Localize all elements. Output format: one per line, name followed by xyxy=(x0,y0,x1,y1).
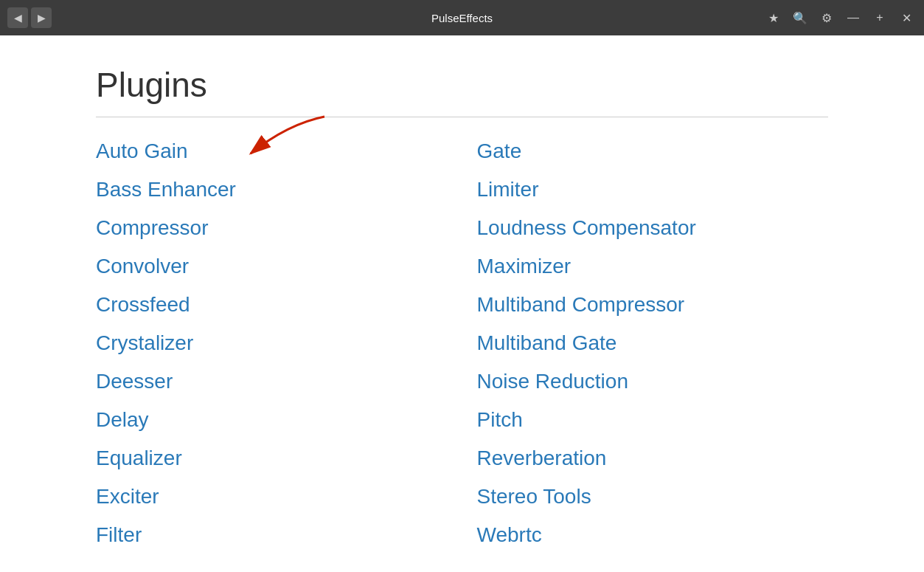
plugins-left-column: Auto GainBass EnhancerCompressorConvolve… xyxy=(96,132,448,554)
plugins-right-column: GateLimiterLoudness CompensatorMaximizer… xyxy=(477,132,829,554)
plugin-link-exciter[interactable]: Exciter xyxy=(96,478,448,516)
plugin-link-compressor[interactable]: Compressor xyxy=(96,209,448,247)
plugin-link-gate[interactable]: Gate xyxy=(477,132,829,170)
nav-back-button[interactable]: ◀ xyxy=(7,7,28,28)
star-button[interactable]: ★ xyxy=(763,7,784,28)
plugin-link-maximizer[interactable]: Maximizer xyxy=(477,247,829,286)
star-icon: ★ xyxy=(768,11,779,25)
minimize-button[interactable]: — xyxy=(843,7,864,28)
titlebar: ◀ ▶ PulseEffects ★ 🔍 ⚙ — + ✕ xyxy=(0,0,924,35)
main-content: Plugins Auto GainBass EnhancerCompressor… xyxy=(0,35,924,572)
plugin-link-reverberation[interactable]: Reverberation xyxy=(477,439,829,478)
plugin-link-loudness-compensator[interactable]: Loudness Compensator xyxy=(477,209,829,247)
nav-forward-button[interactable]: ▶ xyxy=(31,7,52,28)
titlebar-nav: ◀ ▶ xyxy=(7,7,52,28)
close-button[interactable]: ✕ xyxy=(896,7,917,28)
maximize-icon: + xyxy=(876,11,883,24)
plugin-link-convolver[interactable]: Convolver xyxy=(96,247,448,286)
plugin-link-noise-reduction[interactable]: Noise Reduction xyxy=(477,362,829,401)
plugin-link-multiband-compressor[interactable]: Multiband Compressor xyxy=(477,286,829,324)
titlebar-controls: ★ 🔍 ⚙ — + ✕ xyxy=(763,7,917,28)
plugin-link-bass-enhancer[interactable]: Bass Enhancer xyxy=(96,170,448,209)
settings-button[interactable]: ⚙ xyxy=(816,7,837,28)
minimize-icon: — xyxy=(847,11,859,24)
plugin-link-deesser[interactable]: Deesser xyxy=(96,362,448,401)
gear-icon: ⚙ xyxy=(821,11,832,25)
window-title: PulseEffects xyxy=(431,12,493,24)
plugin-link-filter[interactable]: Filter xyxy=(96,516,448,554)
plugin-list: Auto GainBass EnhancerCompressorConvolve… xyxy=(96,132,828,554)
section-divider xyxy=(96,117,828,117)
plugin-link-multiband-gate[interactable]: Multiband Gate xyxy=(477,324,829,362)
search-button[interactable]: 🔍 xyxy=(790,7,810,28)
plugin-link-crossfeed[interactable]: Crossfeed xyxy=(96,286,448,324)
page-title: Plugins xyxy=(96,65,828,105)
plugin-link-limiter[interactable]: Limiter xyxy=(477,170,829,209)
plugin-link-auto-gain[interactable]: Auto Gain xyxy=(96,132,448,170)
search-icon: 🔍 xyxy=(793,11,807,25)
close-icon: ✕ xyxy=(902,11,911,25)
plugin-link-crystalizer[interactable]: Crystalizer xyxy=(96,324,448,362)
plugin-link-delay[interactable]: Delay xyxy=(96,401,448,439)
plugin-link-pitch[interactable]: Pitch xyxy=(477,401,829,439)
plugin-link-stereo-tools[interactable]: Stereo Tools xyxy=(477,478,829,516)
plugin-link-equalizer[interactable]: Equalizer xyxy=(96,439,448,478)
maximize-button[interactable]: + xyxy=(869,7,890,28)
plugin-link-webrtc[interactable]: Webrtc xyxy=(477,516,829,554)
